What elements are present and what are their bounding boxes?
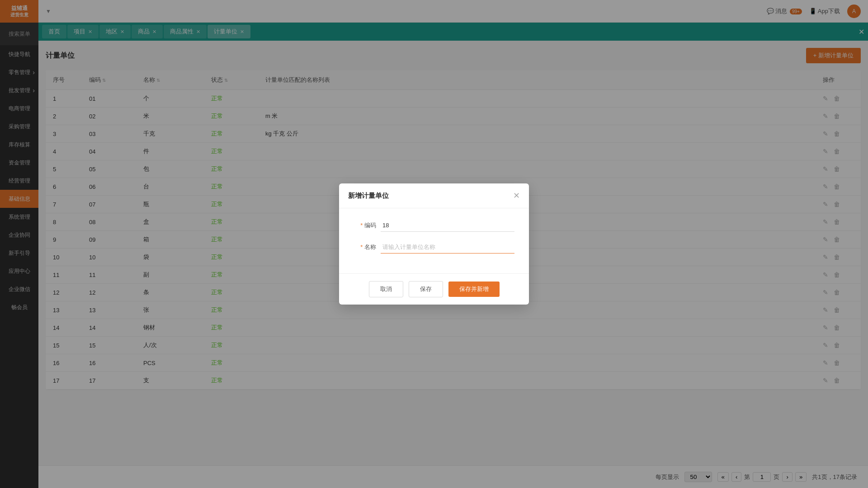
modal-title: 新增计量单位 bbox=[348, 192, 389, 200]
name-field-row: 名称 bbox=[354, 241, 514, 253]
code-field-row: 编码 bbox=[354, 219, 514, 232]
modal-overlay: 新增计量单位 ✕ 编码 名称 取消 保存 保存并新增 bbox=[0, 0, 868, 488]
save-new-button[interactable]: 保存并新增 bbox=[448, 282, 500, 297]
add-unit-modal: 新增计量单位 ✕ 编码 名称 取消 保存 保存并新增 bbox=[339, 183, 529, 305]
code-label: 编码 bbox=[354, 221, 381, 230]
cancel-button[interactable]: 取消 bbox=[369, 281, 403, 297]
modal-header: 新增计量单位 ✕ bbox=[339, 183, 529, 208]
modal-body: 编码 名称 bbox=[339, 208, 529, 273]
modal-close-button[interactable]: ✕ bbox=[513, 191, 520, 201]
name-label: 名称 bbox=[354, 243, 381, 251]
code-input[interactable] bbox=[381, 219, 514, 232]
modal-footer: 取消 保存 保存并新增 bbox=[339, 273, 529, 305]
save-button[interactable]: 保存 bbox=[409, 281, 443, 297]
name-input[interactable] bbox=[381, 241, 514, 253]
